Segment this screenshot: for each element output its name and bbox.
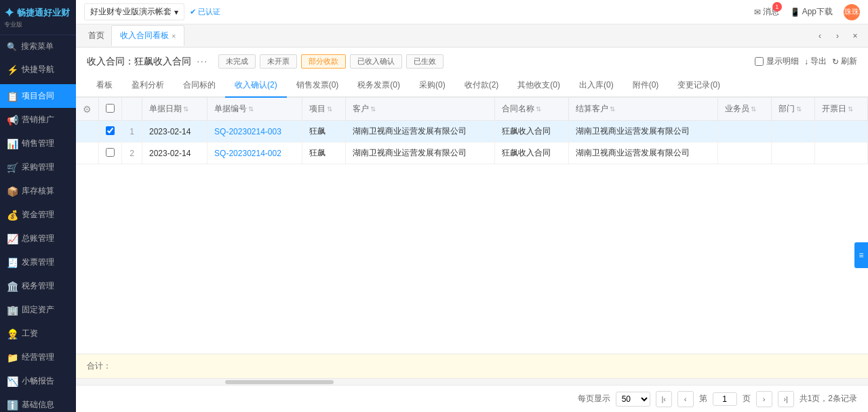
col-number: 单据编号⇅: [208, 98, 302, 121]
sidebar-item-sales[interactable]: 📊 销售管理: [0, 132, 76, 155]
status-tag-effective[interactable]: 已生效: [406, 54, 443, 69]
refresh-btn[interactable]: ↻ 刷新: [832, 56, 857, 67]
company-selector[interactable]: 好业财专业版演示帐套 ▾: [84, 3, 184, 20]
quick-nav-icon: ⚡: [7, 64, 18, 75]
sidebar-item-fixed-assets[interactable]: 🏢 固定资产: [0, 298, 76, 322]
sub-tab-revenue-confirm[interactable]: 收入确认(2): [225, 74, 287, 98]
page-last-btn[interactable]: ›|: [778, 391, 794, 407]
row-checkbox[interactable]: [106, 148, 115, 157]
row-contract-name: 狂飙收入合同: [495, 121, 569, 143]
page-input[interactable]: [713, 392, 737, 406]
notification-dot: 1: [772, 2, 782, 12]
sidebar-item-salary[interactable]: 👷 工资: [0, 322, 76, 345]
row-department: [771, 121, 814, 143]
tax-icon: 🏛️: [7, 281, 18, 292]
scroll-thumb[interactable]: [225, 380, 334, 384]
detail-checkbox-input[interactable]: [755, 57, 764, 66]
status-tag-uninvoiced[interactable]: 未开票: [260, 54, 297, 69]
tab-prev-btn[interactable]: ‹: [812, 29, 827, 43]
status-tag-confirmed[interactable]: 已收入确认: [350, 54, 402, 69]
sidebar-item-report[interactable]: 📉 小畅报告: [0, 369, 76, 393]
pagination: 每页显示 50 100 200 |‹ ‹ 第 页 › ›| 共1页，2条记录: [76, 385, 868, 412]
app-download-btn[interactable]: 📱 App下载: [790, 6, 833, 18]
per-page-select[interactable]: 50 100 200: [616, 392, 650, 407]
tab-next-btn[interactable]: ›: [830, 29, 845, 43]
content-wrapper: ⚙ 单据日期⇅ 单据编号⇅ 项目⇅ 客户⇅ 合同名称⇅ 结算客户⇅: [76, 98, 868, 412]
export-btn[interactable]: ↓ 导出: [804, 56, 827, 67]
table-row: 1 2023-02-14 SQ-20230214-003 狂飙 湖南卫视商业运营…: [76, 121, 868, 143]
sub-tab-attachment[interactable]: 附件(0): [623, 74, 669, 98]
sub-tab-other[interactable]: 其他收支(0): [508, 74, 570, 98]
settings-icon[interactable]: ⚙: [83, 104, 92, 115]
show-detail-checkbox[interactable]: 显示明细: [755, 56, 799, 67]
message-btn[interactable]: ✉ 消息 1: [754, 6, 779, 18]
total-bar: 合计：: [76, 354, 868, 378]
status-tag-partial-receipt[interactable]: 部分收款: [301, 54, 346, 69]
horizontal-scrollbar[interactable]: [76, 378, 868, 385]
sub-tab-sales-invoice[interactable]: 销售发票(0): [287, 74, 349, 98]
tab-close-btn[interactable]: ×: [172, 32, 176, 40]
chevron-down-icon: ▾: [174, 7, 178, 17]
inventory-icon: 📦: [7, 186, 18, 197]
sub-tab-warehouse[interactable]: 出入库(0): [570, 74, 623, 98]
ledger-icon: 📈: [7, 233, 18, 244]
sub-tab-purchase[interactable]: 采购(0): [410, 74, 455, 98]
sidebar-item-quick-nav[interactable]: ⚡ 快捷导航: [0, 58, 76, 81]
tab-home[interactable]: 首页: [81, 26, 111, 45]
side-panel-btn[interactable]: ≡: [854, 242, 868, 268]
download-icon: 📱: [790, 7, 800, 17]
funds-icon: 💰: [7, 210, 18, 221]
page-header: 收入合同：狂飙收入合同 ··· 未完成 未开票 部分收款 已收入确认 已生效 显…: [76, 48, 868, 69]
row-number: 2: [122, 143, 142, 164]
row-open-date: [814, 121, 867, 143]
user-avatar-btn[interactable]: 珠珠: [844, 4, 860, 20]
sidebar-item-funds[interactable]: 💰 资金管理: [0, 203, 76, 227]
sidebar-item-marketing[interactable]: 📢 营销推广: [0, 108, 76, 132]
sub-tab-profit[interactable]: 盈利分析: [122, 74, 174, 98]
row-project: 狂飙: [302, 143, 345, 164]
tab-nav-arrows: ‹ › ×: [812, 29, 863, 43]
table-scroll-container[interactable]: ⚙ 单据日期⇅ 单据编号⇅ 项目⇅ 客户⇅ 合同名称⇅ 结算客户⇅: [76, 98, 868, 354]
sub-tab-tax-invoice[interactable]: 税务发票(0): [348, 74, 410, 98]
table-row: 2 2023-02-14 SQ-20230214-002 狂飙 湖南卫视商业运营…: [76, 143, 868, 164]
sidebar-item-basic-info[interactable]: ℹ️ 基础信息: [0, 393, 76, 412]
sidebar-item-ledger[interactable]: 📈 总账管理: [0, 227, 76, 250]
col-project: 项目⇅: [302, 98, 345, 121]
sidebar-item-invoice[interactable]: 🧾 发票管理: [0, 250, 76, 274]
page-next-btn[interactable]: ›: [756, 391, 772, 407]
sub-tab-payment[interactable]: 收付款(2): [455, 74, 509, 98]
sub-tab-subject[interactable]: 合同标的: [174, 74, 225, 98]
row-number-link[interactable]: SQ-20230214-002: [208, 143, 302, 164]
sidebar-search[interactable]: 🔍 搜索菜单: [0, 35, 76, 58]
sidebar-item-management[interactable]: 📁 经营管理: [0, 345, 76, 369]
sub-tab-change-log[interactable]: 变更记录(0): [668, 74, 730, 98]
row-checkbox-cell: [99, 121, 122, 143]
page-info: 共1页，2条记录: [800, 393, 857, 405]
row-date: 2023-02-14: [142, 121, 208, 143]
more-options-btn[interactable]: ···: [197, 56, 208, 68]
col-date: 单据日期⇅: [142, 98, 208, 121]
row-checkbox[interactable]: [106, 126, 115, 135]
logo-text: ✦ 畅捷通好业财: [4, 5, 72, 20]
col-customer: 客户⇅: [345, 98, 495, 121]
tab-close-all-btn[interactable]: ×: [848, 29, 863, 43]
page-first-btn[interactable]: |‹: [656, 391, 672, 407]
select-all-checkbox[interactable]: [106, 104, 115, 113]
sidebar-item-purchase[interactable]: 🛒 采购管理: [0, 155, 76, 179]
topbar-right: ✉ 消息 1 📱 App下载 珠珠: [754, 4, 860, 20]
row-date: 2023-02-14: [142, 143, 208, 164]
row-number-link[interactable]: SQ-20230214-003: [208, 121, 302, 143]
sidebar-item-project-contract[interactable]: 📋 项目合同: [0, 84, 76, 108]
data-table: ⚙ 单据日期⇅ 单据编号⇅ 项目⇅ 客户⇅ 合同名称⇅ 结算客户⇅: [76, 98, 868, 164]
sidebar-item-tax[interactable]: 🏛️ 税务管理: [0, 274, 76, 298]
sub-tab-board[interactable]: 看板: [87, 74, 122, 98]
status-tag-incomplete[interactable]: 未完成: [218, 54, 256, 69]
row-project: 狂飙: [302, 121, 345, 143]
page-prev-btn[interactable]: ‹: [677, 391, 694, 407]
company-name: 好业财专业版演示帐套: [90, 6, 172, 18]
marketing-icon: 📢: [7, 115, 18, 126]
sidebar-item-inventory[interactable]: 📦 库存核算: [0, 179, 76, 203]
tab-income-contract[interactable]: 收入合同看板 ×: [111, 25, 184, 46]
content-area: 收入合同：狂飙收入合同 ··· 未完成 未开票 部分收款 已收入确认 已生效 显…: [76, 48, 868, 412]
col-checkbox: [99, 98, 122, 121]
